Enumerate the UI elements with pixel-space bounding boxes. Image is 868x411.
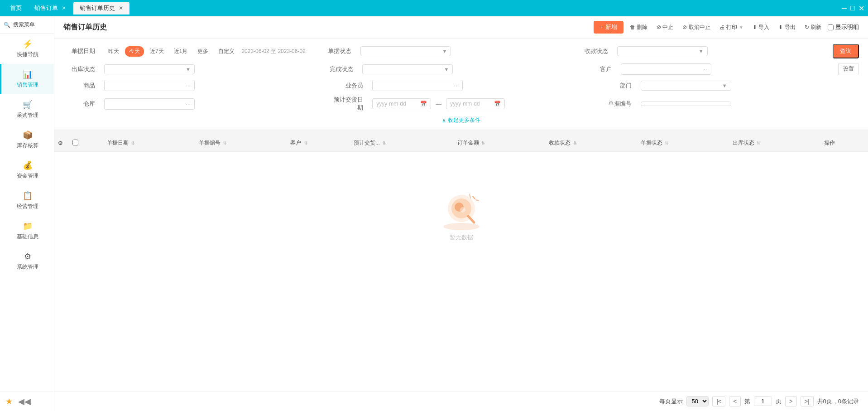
expected-date-from[interactable]: yyyy-mm-dd 📅 [372, 98, 431, 109]
delete-button[interactable]: 🗑 删除 [627, 22, 650, 33]
display-detail-checkbox[interactable] [828, 24, 834, 30]
next-page-btn[interactable]: > [785, 396, 797, 406]
sidebar-item-system[interactable]: ⚙ 系统管理 [0, 246, 54, 276]
dept-label: 部门 [600, 82, 632, 90]
date-range-display: 2023-06-02 至 2023-06-02 [241, 48, 305, 55]
tab-close-history[interactable]: ✕ [119, 5, 123, 11]
th-doc-status[interactable]: 单据状态 ⇅ [637, 135, 729, 152]
close-button[interactable]: ✕ [858, 4, 864, 13]
stop-button[interactable]: ⊘ 中止 [654, 22, 676, 33]
page-size-select[interactable]: 50 [686, 396, 709, 406]
new-button[interactable]: + 新增 [594, 21, 623, 34]
complete-status-label: 完成状态 [321, 65, 353, 73]
goods-input[interactable]: ··· [104, 80, 195, 91]
salesman-input[interactable]: ··· [372, 80, 463, 91]
th-out-status[interactable]: 出库状态 ⇅ [729, 135, 821, 152]
goods-label: 商品 [63, 82, 95, 90]
maximize-button[interactable]: □ [850, 4, 855, 12]
table-header-row: ⚙ 单据日期 ⇅ 单据编号 ⇅ [54, 135, 868, 152]
warehouse-control: ··· [104, 98, 322, 110]
collapse-filter-btn[interactable]: ∧ 收起更多条件 [63, 116, 859, 124]
warehouse-more-icon[interactable]: ··· [186, 101, 191, 107]
page-input[interactable] [754, 396, 772, 406]
complete-status-arrow: ▼ [444, 67, 449, 72]
receipt-status-select[interactable]: ▼ [617, 46, 708, 56]
th-customer[interactable]: 客户 ⇅ [287, 135, 350, 152]
settings-bottom-icon[interactable]: ★ [5, 396, 13, 406]
sort-date-icon: ⇅ [131, 140, 134, 145]
data-table: ⚙ 单据日期 ⇅ 单据编号 ⇅ [54, 135, 868, 152]
first-page-btn[interactable]: |< [712, 396, 725, 406]
th-amount[interactable]: 订单金额 ⇅ [454, 135, 546, 152]
sales-icon: 📊 [23, 69, 33, 79]
custom-date-btn[interactable]: 自定义 [214, 46, 239, 57]
pagination: 每页显示 50 |< < 第 页 > >| 共0页，0条记录 [54, 391, 868, 411]
minimize-button[interactable]: ─ [842, 4, 847, 12]
last7days-btn[interactable]: 近7天 [146, 46, 168, 57]
out-status-select[interactable]: ▼ [104, 64, 195, 74]
main-layout: 🔍 搜索菜单 ⚡ 快捷导航 📊 销售管理 🛒 采购管理 📦 库存核算 💰 资金管… [0, 16, 868, 411]
tab-sales-order-history[interactable]: 销售订单历史 ✕ [73, 2, 129, 15]
tab-sales-order[interactable]: 销售订单 ✕ [28, 2, 72, 15]
customer-more-icon[interactable]: ··· [702, 66, 707, 73]
tab-close-sales-order[interactable]: ✕ [62, 5, 66, 11]
sidebar-item-basic[interactable]: 📁 基础信息 [0, 216, 54, 246]
print-dropdown-icon[interactable]: ▼ [739, 25, 743, 30]
query-button[interactable]: 查询 [833, 44, 859, 58]
sort-customer-icon: ⇅ [304, 140, 307, 145]
th-date[interactable]: 单据日期 ⇅ [103, 135, 195, 152]
yesterday-btn[interactable]: 昨天 [104, 46, 123, 57]
cancel-stop-button[interactable]: ⊘ 取消中止 [680, 22, 713, 33]
table-container: ⚙ 单据日期 ⇅ 单据编号 ⇅ [54, 135, 868, 278]
prev-page-btn[interactable]: < [729, 396, 741, 406]
receipt-status-label: 收款状态 [576, 47, 608, 55]
sidebar-item-finance[interactable]: 💰 资金管理 [0, 155, 54, 185]
svg-line-7 [470, 194, 470, 198]
doc-status-select[interactable]: ▼ [360, 46, 451, 56]
display-detail-wrapper: 显示明细 [828, 23, 859, 31]
sidebar-item-purchase[interactable]: 🛒 采购管理 [0, 94, 54, 125]
tab-home[interactable]: 首页 [4, 4, 28, 12]
warehouse-input[interactable]: ··· [104, 98, 195, 110]
customer-input[interactable]: ··· [621, 63, 711, 75]
select-all-checkbox[interactable] [72, 140, 78, 145]
settings-icon[interactable]: ⚙ [58, 140, 63, 146]
th-expected[interactable]: 预计交货... ⇅ [350, 135, 454, 152]
table-area: ⚙ 单据日期 ⇅ 单据编号 ⇅ [54, 135, 868, 391]
customer-label: 客户 [580, 65, 612, 73]
sidebar-item-inventory[interactable]: 📦 库存核算 [0, 125, 54, 155]
filter-area: 单据日期 昨天 今天 近7天 近1月 更多 自定义 2023-06-02 至 2… [54, 39, 868, 130]
sidebar-item-sales[interactable]: 📊 销售管理 [0, 64, 54, 94]
print-button[interactable]: 🖨 打印 ▼ [717, 22, 746, 33]
order-no-control [641, 102, 859, 106]
import-button[interactable]: ⬆ 导入 [750, 22, 772, 33]
th-receipt-status[interactable]: 收款状态 ⇅ [545, 135, 637, 152]
goods-more-icon[interactable]: ··· [186, 82, 191, 89]
expected-date-control: yyyy-mm-dd 📅 — yyyy-mm-dd 📅 [372, 98, 590, 109]
dept-select[interactable]: ▼ [641, 81, 731, 91]
collapse-up-icon: ∧ [442, 117, 446, 124]
window-controls: ─ □ ✕ [842, 4, 864, 13]
complete-status-select[interactable]: ▼ [362, 64, 453, 74]
sidebar-bottom: ★ ◀◀ [0, 392, 54, 411]
no-data-placeholder: 暂无数据 [54, 152, 868, 278]
last1month-btn[interactable]: 近1月 [170, 46, 192, 57]
sidebar-item-management[interactable]: 📋 经营管理 [0, 185, 54, 216]
settings-button[interactable]: 设置 [838, 63, 859, 75]
sidebar-item-shortcuts[interactable]: ⚡ 快捷导航 [0, 34, 54, 64]
refresh-button[interactable]: ↻ 刷新 [802, 22, 824, 33]
sidebar-search[interactable]: 🔍 搜索菜单 [0, 16, 54, 34]
page-unit: 页 [776, 397, 782, 406]
th-no[interactable]: 单据编号 ⇅ [195, 135, 287, 152]
th-settings[interactable]: ⚙ [54, 135, 69, 152]
today-btn[interactable]: 今天 [125, 46, 144, 57]
order-no-input[interactable] [641, 102, 731, 106]
collapse-sidebar-icon[interactable]: ◀◀ [18, 396, 31, 406]
more-date-btn[interactable]: 更多 [193, 46, 212, 57]
expected-date-to[interactable]: yyyy-mm-dd 📅 [446, 98, 505, 109]
export-button[interactable]: ⬇ 导出 [776, 22, 798, 33]
th-checkbox-col [69, 135, 103, 152]
toolbar: + 新增 🗑 删除 ⊘ 中止 ⊘ 取消中止 🖨 打印 ▼ ⬆ 导入 ⬇ 导出 ↻… [594, 21, 859, 34]
salesman-more-icon[interactable]: ··· [454, 82, 459, 89]
last-page-btn[interactable]: >| [801, 396, 814, 406]
